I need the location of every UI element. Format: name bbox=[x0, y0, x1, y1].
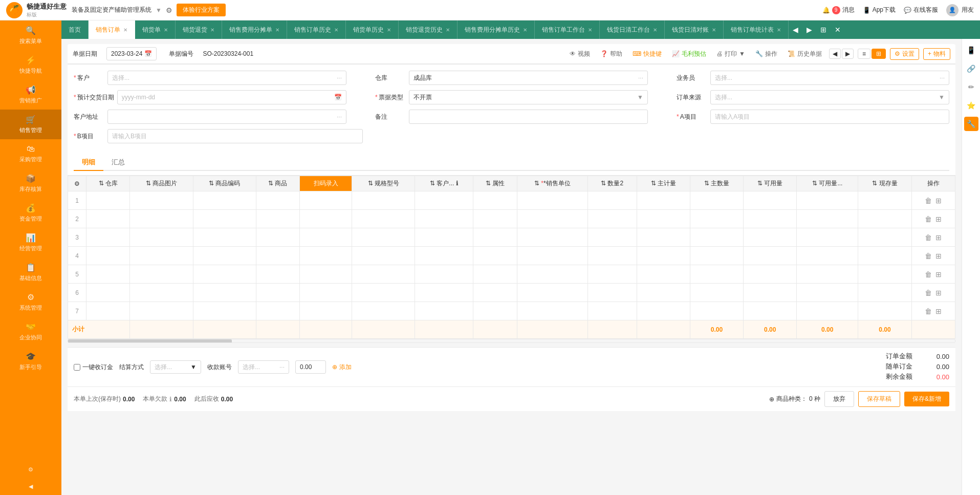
delete-btn[interactable]: 🗑 bbox=[925, 197, 932, 205]
tab-sales-goods-history[interactable]: 销货单历史 ✕ bbox=[346, 20, 399, 39]
right-panel-btn-2[interactable]: 🔗 bbox=[964, 61, 978, 76]
tab-sales-order[interactable]: 销售订单 ✕ bbox=[89, 20, 135, 39]
tab-sales-fee[interactable]: 销售费用分摊单 ✕ bbox=[222, 20, 287, 39]
customer-input[interactable]: 选择... ··· bbox=[107, 71, 346, 85]
right-panel-btn-4[interactable]: ⭐ bbox=[964, 98, 978, 113]
add-material-btn[interactable]: + 物料 bbox=[923, 48, 950, 60]
tab-sales-workbench-close[interactable]: ✕ bbox=[588, 27, 592, 33]
sidebar-item-inventory[interactable]: 📦 库存核算 bbox=[0, 168, 61, 198]
sidebar-item-system[interactable]: ⚙ 系统管理 bbox=[0, 287, 61, 317]
delete-btn[interactable]: 🗑 bbox=[925, 252, 932, 260]
down-arrow-icon[interactable]: ▼ bbox=[156, 7, 162, 14]
tab-sales-return-history-close[interactable]: ✕ bbox=[446, 27, 450, 33]
salesperson-input[interactable]: 选择... ··· bbox=[710, 71, 949, 85]
th-settings[interactable]: ⚙ bbox=[68, 176, 86, 191]
add-btn[interactable]: ⊕ 添加 bbox=[332, 363, 352, 372]
help-btn[interactable]: ❓ 帮助 bbox=[597, 49, 625, 59]
shortcut-btn[interactable]: ⌨ 快捷键 bbox=[629, 49, 665, 59]
tab-cashflow-workbench[interactable]: 钱货日清工作台 ✕ bbox=[600, 20, 665, 39]
tab-sales-fee-close[interactable]: ✕ bbox=[275, 27, 279, 33]
tab-sales-fee-history-close[interactable]: ✕ bbox=[523, 27, 527, 33]
note-input[interactable] bbox=[409, 110, 648, 124]
prev-record-btn[interactable]: ◀ bbox=[829, 49, 841, 59]
save-new-btn[interactable]: 保存&新增 bbox=[904, 392, 949, 406]
profit-btn[interactable]: 📈 毛利预估 bbox=[669, 49, 709, 59]
tab-sales-goods-close[interactable]: ✕ bbox=[164, 27, 168, 33]
date-input[interactable]: 2023-03-24 📅 bbox=[106, 47, 157, 60]
tab-sales-order-close[interactable]: ✕ bbox=[123, 27, 127, 33]
tab-sales-goods[interactable]: 销货单 ✕ bbox=[135, 20, 176, 39]
tab-sales-stat-close[interactable]: ✕ bbox=[777, 27, 781, 33]
tab-sales-return[interactable]: 销货退货 ✕ bbox=[176, 20, 222, 39]
copy-btn[interactable]: ⊞ bbox=[935, 215, 942, 223]
copy-btn[interactable]: ⊞ bbox=[935, 197, 942, 205]
list-view-btn[interactable]: ≡ bbox=[858, 49, 870, 59]
right-panel-btn-5[interactable]: 🔧 bbox=[964, 117, 978, 131]
tab-sales-workbench[interactable]: 销售订单工作台 ✕ bbox=[535, 20, 600, 39]
history-btn[interactable]: 📜 历史单据 bbox=[785, 49, 825, 59]
tab-cashflow-workbench-close[interactable]: ✕ bbox=[653, 27, 657, 33]
tab-sales-order-history[interactable]: 销售订单历史 ✕ bbox=[287, 20, 346, 39]
copy-btn[interactable]: ⊞ bbox=[935, 289, 942, 297]
quick-payment-input[interactable] bbox=[74, 364, 80, 371]
horizontal-scrollbar[interactable] bbox=[68, 339, 955, 343]
delete-btn[interactable]: 🗑 bbox=[925, 270, 932, 278]
sidebar-collapse[interactable]: ◀ bbox=[0, 478, 61, 495]
settings-btn[interactable]: ⚙ 设置 bbox=[890, 48, 919, 60]
sidebar-item-basic[interactable]: 📋 基础信息 bbox=[0, 257, 61, 287]
tab-sales-fee-history[interactable]: 销售费用分摊单历史 ✕ bbox=[458, 20, 535, 39]
sidebar-item-sales[interactable]: 🛒 销售管理 bbox=[0, 110, 61, 139]
view-btn[interactable]: 👁 视频 bbox=[567, 49, 593, 59]
delete-btn[interactable]: 🗑 bbox=[925, 307, 932, 315]
sidebar-item-purchase[interactable]: 🛍 采购管理 bbox=[0, 139, 61, 168]
tab-home[interactable]: 首页 bbox=[61, 20, 89, 39]
sidebar-item-search[interactable]: 🔍 搜索菜单 bbox=[0, 20, 61, 50]
amount-input[interactable]: 0.00 bbox=[295, 360, 326, 374]
app-download[interactable]: 📱 App下载 bbox=[863, 6, 896, 14]
delete-btn[interactable]: 🗑 bbox=[925, 289, 932, 297]
receipt-no-select[interactable]: 选择... ··· bbox=[238, 360, 289, 374]
sidebar-item-business[interactable]: 📊 经营管理 bbox=[0, 228, 61, 257]
th-barcode[interactable]: 扫码录入 bbox=[300, 176, 352, 191]
tab-sales-stat[interactable]: 销售订单统计表 ✕ bbox=[724, 20, 789, 39]
delivery-date-input[interactable]: yyyy-mm-dd 📅 bbox=[117, 90, 346, 104]
copy-btn[interactable]: ⊞ bbox=[935, 307, 942, 315]
tab-summary[interactable]: 汇总 bbox=[103, 155, 133, 170]
delete-btn[interactable]: 🗑 bbox=[925, 215, 932, 223]
discard-btn[interactable]: 放弃 bbox=[824, 391, 854, 407]
warehouse-input[interactable]: 成品库 ··· bbox=[409, 71, 648, 85]
sidebar-item-collab[interactable]: 🤝 企业协同 bbox=[0, 317, 61, 347]
tab-sales-return-history[interactable]: 销货退货历史 ✕ bbox=[399, 20, 458, 39]
copy-btn[interactable]: ⊞ bbox=[935, 270, 942, 278]
industry-btn[interactable]: 体验行业方案 bbox=[177, 4, 226, 16]
save-draft-btn[interactable]: 保存草稿 bbox=[858, 391, 900, 407]
sidebar-item-guide[interactable]: 🎓 新手引导 bbox=[0, 347, 61, 376]
a-project-input[interactable]: 请输入A项目 bbox=[710, 110, 949, 124]
tab-next[interactable]: ▶ bbox=[802, 20, 816, 39]
sidebar-item-finance[interactable]: 💰 资金管理 bbox=[0, 198, 61, 228]
tab-cashflow-reconcile-close[interactable]: ✕ bbox=[712, 27, 716, 33]
sidebar-item-marketing[interactable]: 📢 营销推广 bbox=[0, 80, 61, 110]
order-source-input[interactable]: 选择... ▼ bbox=[710, 90, 949, 104]
data-table-scroll[interactable]: ⚙ ⇅ 仓库 ⇅ 商品图片 bbox=[68, 176, 955, 339]
detail-view-btn[interactable]: ⊞ bbox=[872, 49, 886, 59]
scrollbar-thumb[interactable] bbox=[68, 339, 232, 343]
next-record-btn[interactable]: ▶ bbox=[842, 49, 854, 59]
payment-method-select[interactable]: 选择... ▼ bbox=[150, 360, 201, 374]
address-input[interactable]: ··· bbox=[107, 110, 346, 124]
gear-icon[interactable]: ⚙ bbox=[166, 6, 172, 14]
copy-btn[interactable]: ⊞ bbox=[935, 252, 942, 260]
tab-prev[interactable]: ◀ bbox=[789, 20, 802, 39]
tab-detail[interactable]: 明细 bbox=[74, 155, 103, 171]
right-panel-btn-1[interactable]: 📱 bbox=[964, 43, 978, 57]
sidebar-settings[interactable]: ⚙ bbox=[0, 461, 61, 478]
quick-payment-checkbox[interactable]: 一键收订金 bbox=[74, 363, 113, 372]
online-service[interactable]: 💬 在线客服 bbox=[904, 6, 938, 14]
tab-sales-goods-history-close[interactable]: ✕ bbox=[387, 27, 391, 33]
tab-cashflow-reconcile[interactable]: 钱货日清对账 ✕ bbox=[665, 20, 724, 39]
print-btn[interactable]: 🖨 打印 ▼ bbox=[713, 49, 748, 59]
tab-more[interactable]: ⊞ bbox=[816, 20, 831, 39]
tab-sales-return-close[interactable]: ✕ bbox=[210, 27, 214, 33]
notice-bell[interactable]: 🔔 9 消息 bbox=[822, 6, 855, 14]
b-project-input[interactable]: 请输入B项目 bbox=[107, 129, 363, 143]
